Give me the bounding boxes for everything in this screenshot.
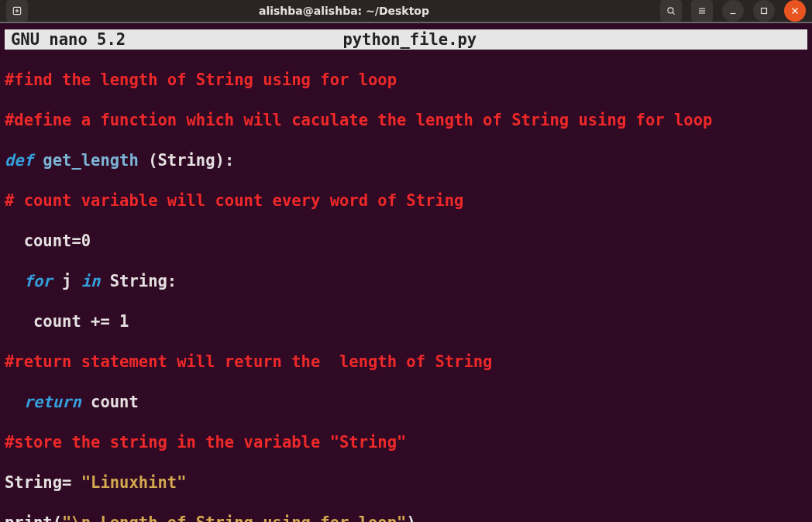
code-line-2: #define a function which will caculate t… xyxy=(5,111,712,129)
nano-filename: python_file.py xyxy=(342,29,722,50)
code-line-10: #store the string in the variable "Strin… xyxy=(5,433,406,452)
code-line-7: count += 1 xyxy=(5,312,129,331)
terminal-window: alishba@alishba: ~/Desktop GNU nano 5.2 … xyxy=(0,0,812,522)
nano-version: GNU nano 5.2 xyxy=(11,29,342,50)
new-tab-button[interactable] xyxy=(6,0,28,22)
code-line-9: return count xyxy=(5,392,807,412)
svg-point-3 xyxy=(668,8,673,13)
terminal-viewport[interactable]: GNU nano 5.2 python_file.py #find the le… xyxy=(0,22,812,522)
close-button[interactable] xyxy=(784,0,806,22)
minimize-button[interactable] xyxy=(722,0,744,22)
svg-line-4 xyxy=(673,12,675,15)
code-line-11: String= "Linuxhint" xyxy=(5,472,807,493)
code-line-3: def get_length (String): xyxy=(5,150,807,170)
code-line-1: #find the length of String using for loo… xyxy=(5,70,397,89)
code-editor[interactable]: #find the length of String using for loo… xyxy=(2,50,810,522)
code-line-5: count=0 xyxy=(5,231,807,251)
maximize-button[interactable] xyxy=(753,0,775,22)
svg-rect-9 xyxy=(762,9,767,14)
search-button[interactable] xyxy=(660,0,682,22)
title-bar: alishba@alishba: ~/Desktop xyxy=(0,0,812,22)
code-line-12: print("\n Length of String using for loo… xyxy=(5,513,807,522)
nano-title-bar: GNU nano 5.2 python_file.py xyxy=(5,29,807,50)
code-line-8: #return statement will return the length… xyxy=(5,352,492,371)
window-title: alishba@alishba: ~/Desktop xyxy=(34,5,654,17)
code-line-6: for j in String: xyxy=(5,271,807,291)
code-line-4: # count variable will count every word o… xyxy=(5,191,463,210)
menu-button[interactable] xyxy=(691,0,713,22)
